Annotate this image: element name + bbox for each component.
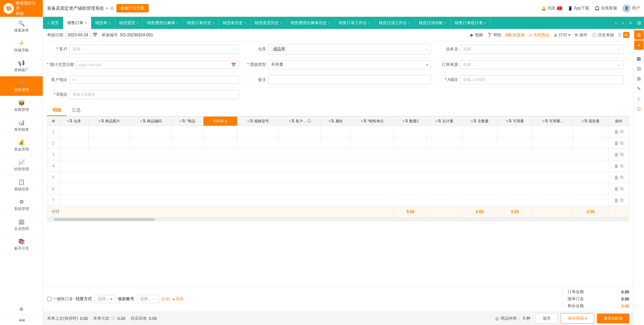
operations-action[interactable]: ⚙ 操作: [574, 32, 588, 38]
row-1-qty2[interactable]: [394, 126, 427, 137]
sidebar-item-operations[interactable]: 📈 经营管理: [0, 156, 43, 175]
tabs-close-all[interactable]: ×: [627, 17, 635, 29]
right-panel-icon2[interactable]: ⊟: [634, 64, 644, 73]
one-click-checkbox-input[interactable]: [47, 297, 51, 301]
row-1-product[interactable]: [172, 126, 203, 137]
close-tab-money-workbench[interactable]: ×: [408, 21, 410, 25]
customer-input[interactable]: 选择... ···: [69, 45, 239, 54]
a-project-input[interactable]: 请输入A项目: [460, 75, 623, 84]
row-2-main-unit[interactable]: [427, 137, 462, 149]
settings-gear-icon[interactable]: ⚙: [110, 6, 114, 11]
row-6-delete-btn[interactable]: 🗑: [614, 186, 619, 192]
app-download-item[interactable]: 📱 App下载: [568, 5, 589, 11]
row-1-img[interactable]: [88, 126, 130, 137]
tabs-more[interactable]: ⊞: [635, 17, 644, 29]
sidebar-item-purchase[interactable]: 📦 采购管理: [0, 96, 43, 116]
warehouse-input[interactable]: 成品库 ···: [268, 44, 431, 54]
receipt-account-select[interactable]: 选择... ···: [137, 295, 159, 303]
sidebar-item-marketing[interactable]: 📢 营销推广: [0, 56, 43, 76]
save-draft-button[interactable]: 保存草稿 ▾: [561, 313, 594, 324]
tab-return-goods-history[interactable]: 销货退货历史 ×: [251, 17, 287, 29]
row-1-warehouse[interactable]: [60, 126, 89, 137]
sidebar-item-search[interactable]: 🔍 搜索菜单: [0, 17, 43, 37]
row-1-sales-unit[interactable]: [350, 126, 394, 137]
row-2-available-qty[interactable]: [497, 137, 533, 149]
row-2-available-qty2[interactable]: [533, 137, 573, 149]
right-panel-icon6[interactable]: ⊡: [634, 104, 644, 114]
print-action[interactable]: 🖨 打印 ▾: [554, 32, 570, 38]
tab-sales-order[interactable]: 销售订单 ×: [63, 17, 91, 29]
row-2-qty2[interactable]: [394, 137, 427, 149]
row-1-available-qty[interactable]: [497, 126, 533, 137]
tabs-next-arrow[interactable]: ›: [619, 17, 627, 29]
sidebar-item-basicinfo[interactable]: 📋 基础信息: [0, 175, 43, 195]
row-2-attribute[interactable]: [321, 137, 350, 149]
profit-action[interactable]: ◎ 毛利预估: [529, 32, 550, 38]
shortcut-action[interactable]: ⌨ 快捷键: [505, 32, 525, 38]
scroll-thumb[interactable]: [54, 218, 155, 221]
col-settings[interactable]: ⚙: [47, 117, 60, 126]
tab-sales-workbench[interactable]: 销售订单工作台 ×: [335, 17, 375, 29]
close-tab-fee-split-history[interactable]: ×: [328, 21, 330, 25]
row-6-copy-btn[interactable]: ⧉: [620, 186, 623, 192]
notification-item[interactable]: 🔔 消息 9: [541, 5, 562, 11]
close-tab-return-history[interactable]: ×: [244, 21, 246, 25]
row-2-spec[interactable]: [237, 137, 279, 149]
tab-detail[interactable]: 明细: [47, 105, 67, 116]
tab-sales-return[interactable]: 销货单 ×: [91, 17, 115, 29]
row-1-main-unit[interactable]: [427, 126, 462, 137]
sidebar-item-guide[interactable]: 📚 新手引导: [0, 235, 43, 255]
discard-button[interactable]: 放弃: [536, 313, 558, 324]
close-tab-return-goods[interactable]: ×: [137, 21, 139, 25]
sidebar-item-system[interactable]: ⚙ 系统管理: [0, 195, 43, 215]
row-7-copy-btn[interactable]: ⧉: [620, 197, 623, 203]
right-panel-star-btn[interactable]: ☆: [634, 94, 644, 104]
tab-sales-return-history[interactable]: 销货单历史 ×: [219, 17, 251, 29]
grid-icon[interactable]: ⊞: [623, 32, 629, 38]
remarks-input[interactable]: [268, 75, 431, 84]
row-1-attribute[interactable]: [321, 126, 350, 137]
one-click-checkbox[interactable]: 一键收订金: [47, 296, 73, 302]
tab-sales-fee-split[interactable]: 销售费用分摊单 ×: [143, 17, 183, 29]
close-tab-summary[interactable]: ×: [484, 21, 486, 25]
sidebar-settings-btn[interactable]: ⚙: [0, 304, 43, 315]
sidebar-item-quicknav[interactable]: ⚡ 快捷导航: [0, 37, 43, 56]
right-panel-settings-btn[interactable]: ⊞: [634, 30, 644, 40]
tab-fee-split-history[interactable]: 销售费用分摊单历史 ×: [287, 17, 335, 29]
row-2-img[interactable]: [88, 137, 130, 149]
row-3-delete-btn[interactable]: 🗑: [614, 152, 619, 157]
row-2-warehouse[interactable]: [60, 137, 89, 149]
row-1-delete-btn[interactable]: 🗑: [614, 129, 619, 134]
row-2-sales-unit[interactable]: [350, 137, 394, 149]
sidebar-item-sales[interactable]: 🛒 销售管理: [0, 76, 43, 96]
row-2-delete-btn[interactable]: 🗑: [614, 140, 619, 146]
row-1-copy-btn[interactable]: ⧉: [620, 129, 623, 134]
calendar-icon[interactable]: 📅: [92, 33, 98, 37]
row-2-customer-code[interactable]: [279, 137, 321, 149]
tab-return-goods[interactable]: 销货退货 ×: [115, 17, 143, 29]
right-panel-pencil-btn[interactable]: ✎: [634, 84, 644, 93]
close-tab-return-goods-history[interactable]: ×: [280, 21, 282, 25]
customer-address-input[interactable]: ···: [69, 76, 239, 84]
tab-sales-summary[interactable]: 销售订单统计表 ×: [451, 17, 491, 29]
save-new-button[interactable]: 保存&新增: [597, 314, 629, 323]
col-scan[interactable]: 扫码录入: [203, 117, 237, 126]
row-1-spec[interactable]: [237, 126, 279, 137]
row-3-copy-btn[interactable]: ⧉: [620, 152, 623, 157]
tab-money-reconcile[interactable]: 钱货日清对账 ×: [415, 17, 451, 29]
row-2-main-qty[interactable]: [462, 137, 497, 149]
tabs-prev-arrow[interactable]: ‹: [612, 17, 619, 29]
row-4-delete-btn[interactable]: 🗑: [614, 163, 619, 169]
tab-sales-order-history[interactable]: 销售订单历史 ×: [183, 17, 219, 29]
row-1-code[interactable]: [130, 126, 171, 137]
sidebar-item-finance[interactable]: 💰 资金管理: [0, 136, 43, 156]
settlement-select[interactable]: 选择... ▾: [94, 295, 115, 303]
sidebar-item-enterprise[interactable]: 🏢 企业协同: [0, 215, 43, 235]
row-2-code[interactable]: [130, 137, 171, 149]
row-2-product[interactable]: [172, 137, 203, 149]
sidebar-item-inventory[interactable]: 📊 库存核算: [0, 116, 43, 136]
row-1-current-qty[interactable]: [573, 126, 608, 137]
close-tab-reconcile[interactable]: ×: [444, 21, 446, 25]
b-project-input[interactable]: 请输入B项目: [69, 90, 239, 99]
view-action[interactable]: ▶ 视频: [470, 32, 483, 38]
